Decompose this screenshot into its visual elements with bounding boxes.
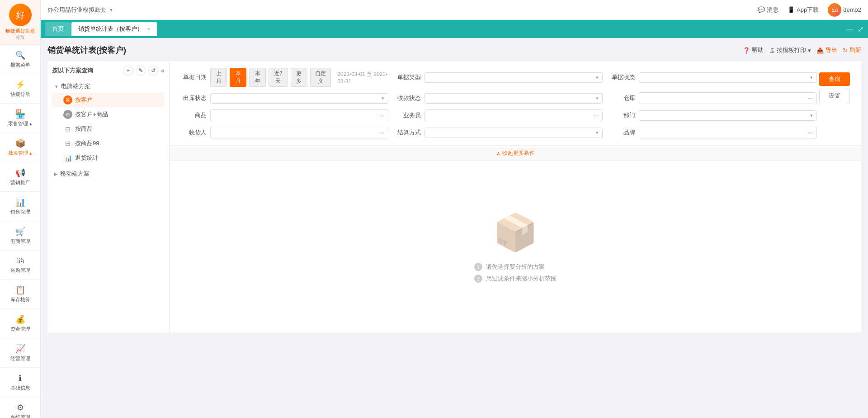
help-icon: ❓ — [743, 47, 750, 54]
payment-status-select[interactable]: ▾ — [425, 93, 603, 104]
department-select[interactable]: ▾ — [639, 110, 817, 121]
sidebar-icon-5: 📊 — [15, 197, 25, 207]
filter-product-item: 商品 ··· — [176, 109, 391, 121]
sidebar-item-1[interactable]: ⚡ 快捷导航 — [0, 74, 40, 104]
sidebar-item-9[interactable]: 💰 资金管理 — [0, 309, 40, 338]
recipient-field[interactable]: ··· — [210, 127, 388, 138]
date-btn-this-year[interactable]: 本年 — [249, 68, 266, 87]
date-btn-7days[interactable]: 近7天 — [269, 68, 288, 87]
tab-maximize-btn[interactable]: ⤢ — [858, 25, 863, 33]
scheme-group-mobile-header[interactable]: ▶ 移动端方案 — [52, 167, 165, 180]
recipient-label: 收货人 — [179, 128, 210, 137]
filter-settlement-item: 结算方式 ▾ — [391, 127, 605, 138]
product-dots: ··· — [379, 112, 384, 119]
product-label: 商品 — [179, 111, 210, 119]
settlement-select[interactable]: ▾ — [425, 128, 603, 138]
scheme-item-by-customer[interactable]: 客 按客户 — [52, 93, 165, 107]
tip-num-1: 1 — [474, 263, 482, 271]
salesperson-field[interactable]: ··· — [425, 109, 603, 121]
export-btn[interactable]: 📤 导出 — [816, 46, 837, 54]
tab-minimize-btn[interactable]: — — [846, 25, 853, 33]
filter-doc-type-item: 单据类型 ▾ — [391, 68, 605, 87]
topbar-left: 办公用品行业模拟账套 ▾ — [47, 6, 113, 14]
doc-type-label: 单据类型 — [393, 73, 425, 81]
sidebar-icon-3: 📦 — [15, 138, 25, 148]
refresh-btn[interactable]: ↻ 刷新 — [843, 46, 861, 54]
ship-status-select[interactable]: ▾ — [210, 93, 388, 104]
date-btn-last-month[interactable]: 上月 — [210, 68, 227, 87]
tab-sales-stats[interactable]: 销货单统计表（按客户） × — [71, 22, 157, 36]
filter-area: 单据日期 上月 本月 本年 近7天 更多 — [170, 61, 861, 146]
date-filter: 上月 本月 本年 近7天 更多 自定义 2023-03-01 至 2023-03… — [210, 68, 388, 87]
filter-grid-2: 出库状态 ▾ — [176, 92, 819, 104]
scheme-refresh-btn[interactable]: ↺ — [148, 66, 158, 76]
help-btn[interactable]: ❓ 帮助 — [743, 46, 764, 54]
scheme-item-customer-product[interactable]: ⊞ 按客户+商品 — [52, 107, 165, 122]
warehouse-field[interactable]: ··· — [639, 92, 817, 104]
scheme-item-return-stats[interactable]: 📊 退货统计 — [52, 151, 165, 165]
date-btn-this-month[interactable]: 本月 — [230, 68, 246, 87]
sidebar-label-12: 系统管理 — [10, 414, 30, 418]
scheme-add-btn[interactable]: + — [123, 66, 133, 76]
doc-status-select[interactable]: ▾ — [639, 72, 817, 83]
logo-area: 好 畅捷通好生意 标版 — [0, 0, 40, 45]
sidebar-item-10[interactable]: 📈 经营管理 — [0, 338, 40, 368]
doc-status-arrow: ▾ — [810, 75, 813, 81]
scheme-item-product[interactable]: ⊟ 按商品 — [52, 122, 165, 136]
sidebar-item-7[interactable]: 🛍 采购管理 — [0, 251, 40, 280]
sidebar-nav: 🔍 搜索菜单 ⚡ 快捷导航 🏪 零售管理 ▴ 📦 批发管理 ▴ 📢 营销推广 📊… — [0, 45, 40, 418]
brand-label: 品牌 — [607, 128, 639, 137]
sidebar-item-5[interactable]: 📊 销售管理 — [0, 192, 40, 221]
filter-row-3: 商品 ··· — [176, 109, 819, 121]
scheme-item-product99[interactable]: ⊟ 按商品99 — [52, 136, 165, 151]
sidebar-item-8[interactable]: 📋 库存核算 — [0, 280, 40, 309]
date-btn-more[interactable]: 更多 — [291, 68, 307, 87]
collapse-bar[interactable]: ∧ 收起更多条件 — [170, 146, 861, 161]
settings-btn[interactable]: 设置 — [819, 89, 850, 103]
scheme-header: 按以下方案查询 + ✎ ↺ « — [52, 66, 165, 76]
topbar-title: 办公用品行业模拟账套 — [47, 6, 106, 14]
department-arrow: ▾ — [810, 113, 813, 119]
user-area[interactable]: Ea demo2 — [828, 3, 861, 17]
print-btn[interactable]: 🖨 按模板打印 ▾ — [769, 46, 811, 54]
tab-close-btn[interactable]: × — [147, 26, 150, 32]
sidebar-item-4[interactable]: 📢 营销推广 — [0, 162, 40, 192]
brand-field[interactable]: ··· — [639, 127, 817, 138]
filter-warehouse-item: 仓库 ··· — [605, 92, 819, 104]
scheme-group-desktop-header[interactable]: ▼ 电脑端方案 — [52, 80, 165, 93]
doc-type-arrow: ▾ — [596, 75, 599, 81]
sidebar-item-6[interactable]: 🛒 电商管理 — [0, 221, 40, 251]
filter-grid-1: 单据日期 上月 本月 本年 近7天 更多 — [176, 68, 819, 87]
query-btn[interactable]: 查询 — [819, 72, 850, 86]
sidebar-label-10: 经营管理 — [10, 355, 30, 362]
message-btn[interactable]: 💬 消息 — [758, 6, 778, 14]
scheme-collapse-btn[interactable]: « — [161, 67, 165, 74]
user-avatar: Ea — [828, 3, 841, 17]
department-control: ▾ — [639, 110, 817, 121]
app-download-btn[interactable]: 📱 App下载 — [788, 6, 819, 14]
sidebar-label-1: 快捷导航 — [10, 91, 30, 98]
sidebar-icon-8: 📋 — [15, 285, 25, 295]
sidebar-icon-0: 🔍 — [15, 50, 25, 60]
scheme-edit-btn[interactable]: ✎ — [136, 66, 146, 76]
sidebar-item-12[interactable]: ⚙ 系统管理 — [0, 397, 40, 418]
empty-tips: 1 请先选择要分析的方案 2 用过滤条件来缩小分析范围 — [474, 263, 557, 283]
date-btn-custom[interactable]: 自定义 — [310, 68, 331, 87]
sidebar-item-11[interactable]: ℹ 基础信息 — [0, 368, 40, 397]
sidebar-label-4: 营销推广 — [10, 179, 30, 186]
tab-home[interactable]: 首页 — [45, 22, 71, 36]
scheme-table2-icon: ⊟ — [63, 139, 72, 148]
product-field[interactable]: ··· — [210, 109, 388, 121]
sidebar-icon-12: ⚙ — [17, 403, 24, 413]
product-control: ··· — [210, 109, 388, 121]
filter-row-2: 出库状态 ▾ — [176, 92, 819, 104]
sidebar-item-3[interactable]: 📦 批发管理 ▴ — [0, 133, 40, 162]
doc-type-select[interactable]: ▾ — [425, 72, 603, 83]
sidebar-icon-11: ℹ — [19, 373, 22, 383]
filter-wrapper: 单据日期 上月 本月 本年 近7天 更多 — [176, 68, 854, 138]
topbar-dropdown-icon[interactable]: ▾ — [110, 7, 113, 13]
empty-state: 📦 1 请先选择要分析的方案 2 用过滤条件来缩小分析范围 — [170, 161, 861, 332]
sidebar-item-2[interactable]: 🏪 零售管理 ▴ — [0, 104, 40, 133]
sidebar-item-0[interactable]: 🔍 搜索菜单 — [0, 45, 40, 74]
content-area: 销货单统计表(按客户) ❓ 帮助 🖨 按模板打印 ▾ 📤 导出 ↻ 刷新 — [41, 38, 868, 418]
